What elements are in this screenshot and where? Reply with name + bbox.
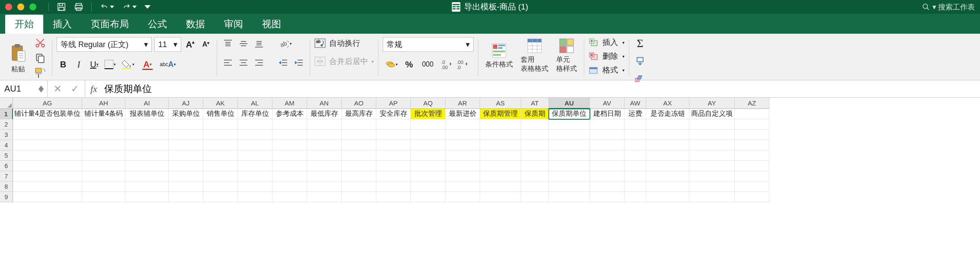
cancel-formula-icon[interactable]: ✕ — [54, 83, 61, 95]
cell-AI4[interactable] — [125, 140, 169, 150]
cell-AG6[interactable] — [13, 161, 82, 171]
redo-icon[interactable] — [122, 3, 137, 11]
cell-AU2[interactable] — [549, 119, 590, 130]
col-header-AM[interactable]: AM — [272, 98, 307, 109]
cell-AG3[interactable] — [13, 130, 82, 140]
cell-AK8[interactable] — [203, 181, 238, 192]
cell-AI6[interactable] — [125, 161, 169, 171]
cell-AJ4[interactable] — [169, 140, 203, 150]
phonetic-button[interactable]: abcA▾ — [159, 58, 177, 71]
format-cells-button[interactable]: 格式▾ — [589, 65, 625, 75]
col-header-AQ[interactable]: AQ — [411, 98, 445, 109]
tab-审阅[interactable]: 审阅 — [215, 15, 253, 34]
cell-AT7[interactable] — [521, 171, 549, 181]
insert-cells-button[interactable]: 插入▾ — [589, 37, 625, 48]
cell-AP6[interactable] — [376, 161, 411, 171]
cell-AW6[interactable] — [625, 161, 646, 171]
autosum-button[interactable]: Σ — [634, 37, 647, 50]
underline-button[interactable]: U▾ — [88, 58, 101, 71]
cell-AL6[interactable] — [238, 161, 272, 171]
cell-AK6[interactable] — [203, 161, 238, 171]
cell-AO8[interactable] — [342, 181, 376, 192]
cell-AV3[interactable] — [590, 130, 625, 140]
cell-AL9[interactable] — [238, 192, 272, 202]
cell-AR8[interactable] — [445, 181, 480, 192]
cell-AG7[interactable] — [13, 171, 82, 181]
cell-AP5[interactable] — [376, 150, 411, 161]
copy-icon[interactable] — [35, 52, 48, 65]
border-button[interactable]: ▾ — [103, 58, 116, 71]
align-top-button[interactable] — [221, 37, 234, 50]
currency-button[interactable]: ▾ — [383, 58, 400, 71]
increase-decimal-button[interactable]: .0.00 — [440, 58, 453, 71]
cell-AY3[interactable] — [689, 130, 735, 140]
cell-AY7[interactable] — [689, 171, 735, 181]
cell-AI7[interactable] — [125, 171, 169, 181]
cell-AT5[interactable] — [521, 150, 549, 161]
cell-AZ6[interactable] — [735, 161, 769, 171]
cell-AZ1[interactable] — [735, 109, 769, 119]
col-header-AZ[interactable]: AZ — [735, 98, 769, 109]
cell-AZ8[interactable] — [735, 181, 769, 192]
cell-AK9[interactable] — [203, 192, 238, 202]
cell-AV2[interactable] — [590, 119, 625, 130]
cell-AY9[interactable] — [689, 192, 735, 202]
cell-AS9[interactable] — [480, 192, 521, 202]
qat-customize-icon[interactable] — [144, 5, 151, 9]
cell-AP2[interactable] — [376, 119, 411, 130]
cell-AH8[interactable] — [82, 181, 125, 192]
cell-AJ6[interactable] — [169, 161, 203, 171]
cell-AZ9[interactable] — [735, 192, 769, 202]
row-header-8[interactable]: 8 — [0, 181, 13, 192]
col-header-AU[interactable]: AU — [549, 98, 590, 109]
fx-icon[interactable]: fx — [85, 80, 100, 98]
number-format-select[interactable]: 常规▾ — [383, 37, 474, 52]
fill-button[interactable] — [634, 54, 647, 67]
cell-AT6[interactable] — [521, 161, 549, 171]
cell-AZ5[interactable] — [735, 150, 769, 161]
name-box[interactable]: AU1 — [0, 80, 48, 98]
cell-AR6[interactable] — [445, 161, 480, 171]
formula-input[interactable]: 保质期单位 — [100, 83, 152, 95]
cell-AY1[interactable]: 商品自定义项 — [689, 109, 735, 119]
cell-AP4[interactable] — [376, 140, 411, 150]
cell-AI1[interactable]: 报表辅单位 — [125, 109, 169, 119]
tab-公式[interactable]: 公式 — [138, 15, 176, 34]
cell-AO3[interactable] — [342, 130, 376, 140]
merge-center-button[interactable]: 合并后居中▾ — [314, 55, 374, 67]
cell-AH2[interactable] — [82, 119, 125, 130]
tab-插入[interactable]: 插入 — [43, 15, 81, 34]
cell-AH4[interactable] — [82, 140, 125, 150]
cell-AO7[interactable] — [342, 171, 376, 181]
col-header-AH[interactable]: AH — [82, 98, 125, 109]
select-all-triangle[interactable] — [0, 98, 13, 109]
cell-AN5[interactable] — [307, 150, 342, 161]
comma-button[interactable]: 000 — [418, 58, 437, 71]
cell-AJ5[interactable] — [169, 150, 203, 161]
cell-AM6[interactable] — [272, 161, 307, 171]
cell-AT4[interactable] — [521, 140, 549, 150]
cell-AY4[interactable] — [689, 140, 735, 150]
minimize-window-button[interactable] — [17, 3, 24, 10]
row-header-6[interactable]: 6 — [0, 161, 13, 171]
cell-AL8[interactable] — [238, 181, 272, 192]
cell-AU8[interactable] — [549, 181, 590, 192]
cell-AP7[interactable] — [376, 171, 411, 181]
cell-AS2[interactable] — [480, 119, 521, 130]
cell-AS7[interactable] — [480, 171, 521, 181]
cell-AQ4[interactable] — [411, 140, 445, 150]
cell-AN7[interactable] — [307, 171, 342, 181]
cell-AM7[interactable] — [272, 171, 307, 181]
cell-AS6[interactable] — [480, 161, 521, 171]
cell-AX1[interactable]: 是否走冻链 — [646, 109, 689, 119]
cell-AW8[interactable] — [625, 181, 646, 192]
cell-AM9[interactable] — [272, 192, 307, 202]
cell-AG9[interactable] — [13, 192, 82, 202]
cell-AI5[interactable] — [125, 150, 169, 161]
cell-AQ7[interactable] — [411, 171, 445, 181]
cell-AN1[interactable]: 最低库存 — [307, 109, 342, 119]
enter-formula-icon[interactable]: ✓ — [71, 83, 79, 95]
cell-AH9[interactable] — [82, 192, 125, 202]
cell-AQ9[interactable] — [411, 192, 445, 202]
cell-AQ1[interactable]: 批次管理 — [411, 109, 445, 119]
